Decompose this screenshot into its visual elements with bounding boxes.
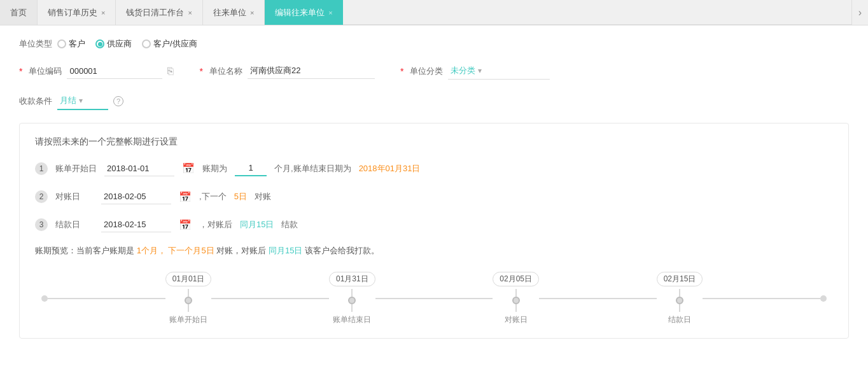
tab-edit-partner-close[interactable]: × (328, 9, 332, 17)
payment-date-calendar-icon[interactable]: 📅 (179, 219, 192, 231)
tab-daily-work-close[interactable]: × (188, 9, 192, 17)
unit-name-field: * 单位名称 (199, 64, 374, 79)
node-1-circle (185, 297, 192, 304)
radio-both-label: 客户/供应商 (153, 38, 197, 50)
node-2-stem (351, 289, 353, 297)
row-num-1: 1 (35, 162, 48, 175)
radio-supplier[interactable]: 供应商 (95, 38, 132, 50)
tab-arrow[interactable]: › (851, 0, 868, 25)
period-row-2: 2 对账日 📅 ,下一个 5日 对账 (35, 189, 833, 204)
node-3-date: 02月05日 (493, 272, 539, 286)
tab-sales-history[interactable]: 销售订单历史 × (38, 0, 116, 25)
reconcile-date-input[interactable] (101, 189, 171, 204)
period-months-input[interactable] (235, 160, 267, 176)
row-num-2: 2 (35, 190, 48, 203)
preview-payment-day: 同月15日 (269, 246, 302, 255)
radio-supplier-circle (95, 39, 104, 48)
period-box: 请按照未来的一个完整帐期进行设置 1 账单开始日 📅 账期为 个月,账单结束日期… (19, 123, 849, 339)
node-3-circle (512, 297, 520, 304)
preview-months: 1个月， (137, 246, 166, 255)
node-3-stem (515, 289, 517, 297)
period-title: 请按照未来的一个完整帐期进行设置 (35, 136, 833, 148)
timeline-node-2: 01月31日 账单结束日 (329, 272, 375, 325)
row-label-3: 结款日 (55, 219, 94, 230)
start-date-calendar-icon[interactable]: 📅 (182, 162, 195, 174)
node-4-stem (679, 289, 680, 297)
node-1-label: 账单开始日 (169, 314, 207, 325)
payment-day-highlight: 同月15日 (240, 219, 274, 230)
node-4-circle (676, 297, 683, 304)
reconcile-desc-suffix: 对账 (255, 191, 271, 202)
row-num-3: 3 (35, 218, 48, 231)
node-2-circle (348, 297, 356, 304)
copy-icon[interactable]: ⎘ (167, 66, 174, 77)
radio-customer[interactable]: 客户 (57, 38, 85, 50)
unit-type-field: 单位类型 客户 供应商 客户/供应商 (19, 38, 197, 50)
period-row-3: 3 结款日 📅 ，对账后 同月15日 结款 (35, 217, 833, 232)
period-row-1: 1 账单开始日 📅 账期为 个月,账单结束日期为 2018年01月31日 (35, 160, 833, 176)
help-icon[interactable]: ? (113, 96, 123, 106)
unit-category-select[interactable]: 未分类 ▾ (448, 62, 550, 80)
reconcile-desc-prefix: ,下一个 (199, 191, 227, 202)
unit-category-label: 单位分类 (410, 66, 443, 77)
node-1-date: 01月01日 (165, 272, 212, 286)
row-label-1: 账单开始日 (55, 163, 97, 174)
unit-info-row: * 单位编码 ⎘ * 单位名称 * 单位分类 未分类 ▾ (19, 62, 849, 80)
reconcile-day-highlight: 5日 (234, 191, 247, 202)
unit-code-input[interactable] (67, 64, 162, 79)
period-unit-text: 个月,账单结束日期为 (274, 163, 351, 174)
node-1-stem-bottom (188, 304, 189, 312)
payment-terms-value: 月结 (60, 95, 76, 106)
radio-supplier-label: 供应商 (107, 38, 132, 50)
unit-code-star: * (19, 66, 22, 76)
radio-both-circle (142, 39, 151, 48)
row-label-2: 对账日 (55, 191, 94, 202)
radio-customer-label: 客户 (69, 38, 85, 50)
node-4-stem-bottom (679, 304, 680, 312)
timeline-line-5 (703, 298, 820, 299)
unit-name-input[interactable] (248, 64, 375, 79)
tab-spacer (343, 0, 851, 25)
payment-terms-label: 收款条件 (19, 95, 52, 107)
unit-code-label: 单位编码 (29, 66, 62, 77)
radio-group: 客户 供应商 客户/供应商 (57, 38, 197, 50)
unit-category-star: * (400, 66, 403, 76)
node-2-stem-bottom (351, 304, 353, 312)
reconcile-date-calendar-icon[interactable]: 📅 (179, 191, 192, 203)
node-1-stem (188, 289, 189, 297)
timeline-node-4: 02月15日 结款日 (657, 272, 703, 325)
unit-category-field: * 单位分类 未分类 ▾ (400, 62, 550, 80)
timeline-line-2 (211, 298, 329, 299)
unit-type-label: 单位类型 (19, 38, 52, 50)
tab-daily-work[interactable]: 钱货日清工作台 × (116, 0, 202, 25)
tab-partners[interactable]: 往来单位 × (203, 0, 265, 25)
payment-terms-select[interactable]: 月结 ▾ (57, 92, 108, 110)
tab-partners-label: 往来单位 (213, 7, 246, 18)
node-4-date: 02月15日 (657, 272, 703, 286)
tab-sales-history-close[interactable]: × (101, 9, 105, 17)
tab-home-label: 首页 (10, 7, 27, 18)
payment-date-input[interactable] (101, 217, 171, 232)
tab-daily-work-label: 钱货日清工作台 (126, 7, 184, 18)
tab-home[interactable]: 首页 (0, 0, 38, 25)
timeline-line-4 (539, 298, 657, 299)
tab-edit-partner[interactable]: 编辑往来单位 × (265, 0, 342, 25)
preview-suffix: 该客户会给我打款。 (305, 246, 379, 255)
radio-customer-circle (57, 39, 66, 48)
payment-desc-suffix: 结款 (281, 219, 298, 230)
timeline-right-dot (820, 295, 827, 302)
timeline-line-3 (375, 298, 493, 299)
start-date-input[interactable] (104, 161, 174, 176)
node-3-stem-bottom (515, 304, 517, 312)
node-2-date: 01月31日 (329, 272, 375, 286)
preview-middle: 对账，对账后 (216, 246, 266, 255)
tab-sales-history-label: 销售订单历史 (48, 7, 97, 18)
radio-both[interactable]: 客户/供应商 (142, 38, 197, 50)
payment-desc-prefix: ，对账后 (199, 219, 232, 230)
tab-partners-close[interactable]: × (250, 9, 254, 17)
period-label: 账期为 (202, 163, 227, 174)
node-2-label: 账单结束日 (333, 314, 371, 325)
payment-terms-field: 收款条件 月结 ▾ ? (19, 92, 123, 110)
preview-text: 账期预览：当前客户账期是 1个月， 下一个月5日 对账，对账后 同月15日 该客… (35, 245, 833, 257)
payment-terms-row: 收款条件 月结 ▾ ? (19, 92, 849, 110)
